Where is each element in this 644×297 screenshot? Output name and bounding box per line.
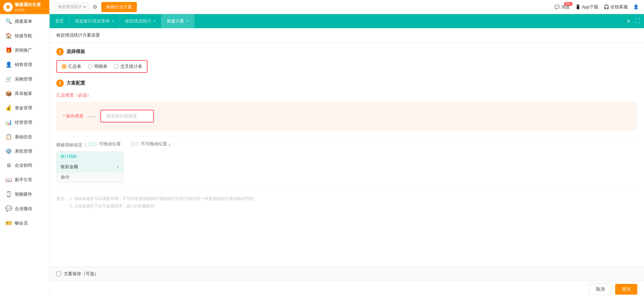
sidebar-item-operations[interactable]: 📊 经营管理 (0, 115, 49, 130)
breadcrumb[interactable]: 收款情况统计 ▾ (55, 2, 89, 11)
message-icon: 💬 (554, 4, 560, 9)
person-icon: 👤 (5, 61, 12, 68)
book-icon: 📖 (5, 177, 12, 183)
box-icon: 📦 (5, 90, 12, 97)
tab-new-plan-close[interactable]: × (186, 19, 189, 23)
option-summary[interactable]: 汇总表 (62, 63, 81, 69)
option-detail[interactable]: 明细表 (88, 63, 107, 69)
dimension-row: * 纵向维度 —— 请选择分组维度 (63, 110, 631, 122)
tab-home[interactable]: 首页 (50, 14, 69, 28)
main-content: 收款情况统计 ▾ ⚙ 体验行业方案 💬 消息 99+ 📱 App下载 🎧 在线客… (50, 0, 644, 297)
tips-section: 提示： 1. 拖动标题栏可以调整布局，不可跨维度或指标区域拖动目字段(只能在同一… (56, 190, 637, 210)
step1-header: 1 选择模板 (56, 48, 637, 55)
step1-section: 1 选择模板 汇总表 明细表 交叉统计表 (56, 48, 637, 73)
form-area: 1 选择模板 汇总表 明细表 交叉统计表 (50, 43, 644, 266)
app-download-label: App下载 (582, 4, 598, 10)
sidebar-item-purchase[interactable]: 🛒 采购管理 (0, 72, 49, 86)
service-icon: 🎧 (604, 4, 609, 9)
sidebar-item-sales[interactable]: 👤 销售管理 (0, 57, 49, 72)
chat-icon: 💬 (5, 205, 12, 212)
movable-label: 可拖动位置 (99, 141, 121, 147)
fixed-legend: 不可拖动位置 (130, 141, 167, 147)
sidebar-item-label: 企业协同 (15, 162, 32, 168)
message-badge: 99+ (564, 2, 573, 6)
sidebar-item-marketing[interactable]: 🎁 营销推广 (0, 43, 49, 57)
dim-selector[interactable]: 请选择分组维度 (100, 110, 154, 122)
online-service-button[interactable]: 🎧 在线客服 (604, 4, 628, 10)
tab-receipt-stats[interactable]: 收款情况统计 × (120, 14, 161, 28)
page-header: 收款情况统计方案设置 (50, 28, 644, 43)
home-icon: 🏠 (5, 33, 12, 39)
tab-receipt-stats-close[interactable]: × (153, 19, 156, 23)
sidebar-item-label: 营销推广 (15, 47, 32, 53)
vertical-dim-label: * 纵向维度 (63, 113, 84, 119)
message-button[interactable]: 💬 消息 99+ (554, 4, 570, 10)
query-button[interactable]: 查询 (615, 284, 637, 295)
sidebar-item-basic-info[interactable]: 📋 基础信息 (0, 130, 49, 144)
sidebar-item-label: 企业微信 (15, 206, 32, 212)
ticket-icon: 🎫 (5, 220, 12, 226)
user-avatar[interactable]: 👤 (633, 4, 639, 9)
tab-new-plan-label: 新建方案 (167, 18, 184, 24)
sidebar-nav: 🔍 搜索菜单 🏠 快捷导航 🎁 营销推广 👤 销售管理 🛒 采购管理 📦 库存核… (0, 14, 49, 297)
tab-bank-flow-label: 现金银行流水查询 (75, 18, 110, 24)
watch-icon: ⌚ (5, 191, 12, 197)
tab-expand-icon[interactable]: ⛶ (635, 18, 640, 24)
sidebar-item-guide[interactable]: 📖 新手引导 (0, 172, 49, 187)
breadcrumb-text: 收款情况统计 (58, 4, 82, 10)
sidebar-item-member[interactable]: 🎫 畅会员 (0, 216, 49, 230)
online-service-label: 在线客服 (610, 4, 628, 10)
sidebar-item-search-menu[interactable]: 🔍 搜索菜单 (0, 14, 49, 29)
tab-bank-flow[interactable]: 现金银行流水查询 × (69, 14, 120, 28)
tab-bank-flow-close[interactable]: × (112, 19, 114, 23)
radio-cross[interactable] (114, 64, 119, 69)
page-content: 收款情况统计方案设置 1 选择模板 汇总表 明细表 (50, 28, 644, 297)
dimension-label-text: 汇总维度（必选） (56, 93, 91, 98)
sidebar-item-enterprise-collab[interactable]: 🖥 企业协同 (0, 158, 49, 172)
dimension-area: * 纵向维度 —— 请选择分组维度 (56, 102, 637, 131)
footer: 取消 查询 (50, 281, 644, 297)
search-menu-icon: 🔍 (5, 18, 12, 24)
logo-edition: 标准版 (15, 8, 41, 12)
dimension-config: 汇总维度（必选） * 纵向维度 —— 请选择分组维度 (56, 92, 637, 131)
sidebar-item-quick-nav[interactable]: 🏠 快捷导航 (0, 29, 49, 43)
logo-title: 畅捷通好生意 (15, 2, 41, 8)
save-section: 方案保存（可选） (50, 266, 644, 281)
radio-summary-label: 汇总表 (68, 63, 81, 69)
tip2: 提示： 2. 点击标题栏下拉可设置排序、插入列和删除列 (56, 203, 637, 210)
sidebar-item-finance[interactable]: 💰 资金管理 (0, 101, 49, 115)
movable-color (88, 142, 98, 146)
metrics-header: 模板指标设定（ 可拖动位置 不可拖动位置 ） (56, 141, 637, 148)
sidebar-item-wechat[interactable]: 💬 企业微信 (0, 201, 49, 216)
cancel-button[interactable]: 取消 (589, 284, 612, 295)
trial-button[interactable]: 体验行业方案 (101, 2, 137, 12)
tab-close-all-icon[interactable]: ✕ (626, 18, 631, 24)
chevron-down-icon: ∨ (116, 165, 119, 169)
sidebar-item-label: 新手引导 (15, 177, 32, 183)
tab-new-plan[interactable]: 新建方案 × (161, 14, 194, 28)
tip2-text: 2. 点击标题栏下拉可设置排序、插入列和删除列 (69, 204, 154, 208)
metrics-cell-amount[interactable]: 收款金额 ∨ (57, 162, 123, 172)
dim-arrow: —— (88, 114, 96, 119)
money-icon: 💰 (5, 105, 12, 111)
sidebar-item-inventory[interactable]: 📦 库存核算 (0, 86, 49, 101)
radio-summary[interactable] (62, 64, 66, 69)
sidebar-item-smart-hardware[interactable]: ⌚ 智能硬件 (0, 187, 49, 201)
metrics-category-header: 统计指标 (57, 152, 123, 162)
sidebar-item-label: 智能硬件 (15, 191, 32, 197)
logo-icon: 畅 (3, 2, 13, 12)
tabbar: 首页 现金银行流水查询 × 收款情况统计 × 新建方案 × ✕ ⛶ (50, 14, 644, 28)
save-checkbox[interactable] (56, 271, 61, 276)
sidebar-item-system[interactable]: ⚙️ 系统管理 (0, 144, 49, 158)
sidebar-item-label: 经营管理 (15, 119, 32, 126)
option-cross[interactable]: 交叉统计表 (114, 63, 142, 69)
app-download-button[interactable]: 📱 App下载 (575, 4, 598, 10)
settings-icon[interactable]: ⚙ (93, 4, 97, 10)
avatar-icon: 👤 (633, 4, 639, 9)
metrics-section: 模板指标设定（ 可拖动位置 不可拖动位置 ） (56, 136, 637, 184)
metrics-category-label: 统计指标 (61, 154, 77, 159)
metrics-header-close: ） (168, 142, 173, 147)
tip1: 提示： 1. 拖动标题栏可以调整布局，不可跨维度或指标区域拖动目字段(只能在同一… (56, 195, 637, 203)
sidebar-item-label: 销售管理 (15, 62, 32, 68)
radio-detail[interactable] (88, 64, 93, 69)
